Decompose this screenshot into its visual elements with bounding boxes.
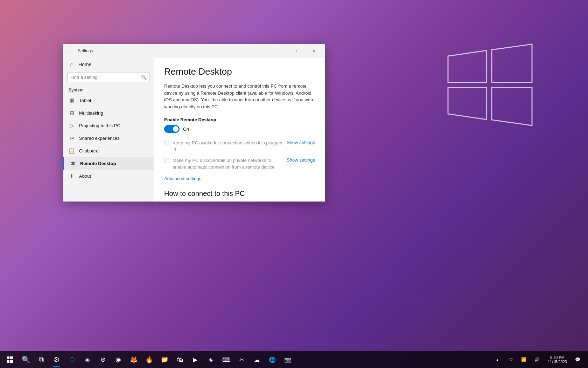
taskbar-right-area: ▲ 🛡 📶 🔊 5:30 PM 11/15/2023 💬 [491,351,587,368]
taskbar-app6[interactable]: ◈ [203,351,218,368]
start-button[interactable] [1,351,18,368]
window-controls: ─ □ ✕ [274,45,322,56]
remote-desktop-icon: ✖ [70,160,76,166]
windows-logo-watermark [441,35,539,133]
taskbar-terminal[interactable]: ⌨ [218,351,234,368]
home-label: Home [78,62,91,67]
sidebar-item-shared-experiences[interactable]: ✂ Shared experiences [63,132,154,144]
window-title: Settings [78,48,274,53]
discoverable-inner: Make my PC discoverable on private netwo… [173,157,315,170]
clock-time: 5:30 PM [550,355,565,360]
taskbar-chrome[interactable]: ⊕ [95,351,111,368]
close-button[interactable]: ✕ [306,45,322,56]
taskbar-notification[interactable]: 💬 [571,351,584,368]
svg-rect-0 [7,356,9,359]
taskbar-app9[interactable]: 🌐 [265,351,280,368]
settings-window: ← Settings ─ □ ✕ ⌂ Home 🔍 System ▦ Table… [63,44,325,202]
remote-label: Remote Desktop [80,161,116,166]
home-icon: ⌂ [69,61,75,68]
sidebar-item-projecting[interactable]: ▷ Projecting to this PC [63,119,154,132]
discoverable-text: Make my PC discoverable on private netwo… [173,157,284,170]
taskbar-app10[interactable]: 📷 [280,351,295,368]
search-input[interactable] [68,73,138,82]
search-box: 🔍 [67,73,150,82]
multitasking-label: Multitasking [79,110,103,116]
how-to-title: How to connect to this PC [164,190,315,198]
windows-start-icon [7,356,13,363]
toggle-label: Enable Remote Desktop [164,117,315,122]
taskbar-capture[interactable]: ✂ [234,351,249,368]
svg-rect-1 [10,356,13,359]
toggle-row: On [164,125,315,133]
svg-rect-3 [10,360,13,363]
taskbar-chevron[interactable]: ▲ [491,351,504,368]
projecting-label: Projecting to this PC [79,123,120,128]
tablet-icon: ▦ [69,97,75,103]
about-label: About [79,173,91,179]
toggle-state-label: On [183,127,189,132]
taskbar-app8[interactable]: ☁ [249,351,265,368]
discoverable-checkbox[interactable] [164,158,169,163]
show-settings-link-2[interactable]: Show settings [287,157,315,163]
sidebar-item-remote-desktop[interactable]: ✖ Remote Desktop [63,157,154,170]
minimize-button[interactable]: ─ [274,45,290,56]
taskbar: 🔍 ⧉ ⚙ ⬡ ◈ ⊕ ◉ 🦊 🔥 📁 🛍 ▶ ◈ ⌨ ✂ ☁ 🌐 📷 ▲ 🛡 … [0,351,588,368]
sidebar: ⌂ Home 🔍 System ▦ Tablet ⊞ Multitasking … [63,58,154,202]
taskbar-network[interactable]: 🛡 [504,351,517,368]
shared-label: Shared experiences [79,136,120,141]
taskbar-wifi[interactable]: 📶 [518,351,530,368]
maximize-button[interactable]: □ [290,45,306,56]
keep-awake-text: Keep my PC awake for connections when it… [173,140,284,152]
taskbar-clock[interactable]: 5:30 PM 11/15/2023 [544,351,570,368]
title-bar: ← Settings ─ □ ✕ [63,44,325,58]
enable-remote-desktop-toggle[interactable] [164,125,180,133]
taskbar-firefox[interactable]: 🦊 [126,351,141,368]
clipboard-icon: 📋 [69,148,75,154]
multitasking-icon: ⊞ [69,110,75,116]
taskbar-speaker[interactable]: 🔊 [531,351,544,368]
back-button[interactable]: ← [66,46,76,56]
taskbar-store[interactable]: 🛍 [172,351,188,368]
discoverable-row: Make my PC discoverable on private netwo… [164,157,315,170]
clock-date: 11/15/2023 [548,360,567,364]
svg-rect-2 [7,360,9,363]
taskbar-search[interactable]: 🔍 [18,351,34,368]
section-label: System [63,85,154,94]
page-title: Remote Desktop [164,66,315,77]
how-to-desc: Use this PC name to connect from your re… [164,201,315,202]
keep-awake-row: Keep my PC awake for connections when it… [164,140,315,152]
sidebar-item-home[interactable]: ⌂ Home [63,58,154,71]
keep-awake-checkbox[interactable] [164,141,169,145]
taskbar-edge[interactable]: ⬡ [64,351,80,368]
advanced-settings-link[interactable]: Advanced settings [164,176,201,181]
sidebar-item-about[interactable]: ℹ About [63,170,154,182]
sidebar-item-clipboard[interactable]: 📋 Clipboard [63,144,154,157]
taskbar-explorer[interactable]: 📁 [157,351,172,368]
taskbar-task-view[interactable]: ⧉ [34,351,49,368]
clipboard-label: Clipboard [79,148,99,154]
sidebar-item-tablet[interactable]: ▦ Tablet [63,94,154,107]
search-button[interactable]: 🔍 [138,73,149,82]
taskbar-edge-dev[interactable]: ◈ [80,351,95,368]
keep-awake-inner: Keep my PC awake for connections when it… [173,140,315,152]
shared-icon: ✂ [69,135,75,141]
taskbar-powershell[interactable]: ▶ [188,351,203,368]
about-icon: ℹ [69,173,75,179]
projecting-icon: ▷ [69,122,75,129]
sidebar-item-multitasking[interactable]: ⊞ Multitasking [63,107,154,119]
taskbar-chrome2[interactable]: ◉ [111,351,126,368]
main-area: ⌂ Home 🔍 System ▦ Tablet ⊞ Multitasking … [63,58,325,202]
taskbar-firefox2[interactable]: 🔥 [141,351,157,368]
content-panel: Remote Desktop Remote Desktop lets you c… [154,58,325,202]
tablet-label: Tablet [79,98,91,103]
taskbar-settings-app[interactable]: ⚙ [49,351,64,368]
show-settings-link-1[interactable]: Show settings [287,140,315,145]
description-text: Remote Desktop lets you connect to and c… [164,83,315,110]
